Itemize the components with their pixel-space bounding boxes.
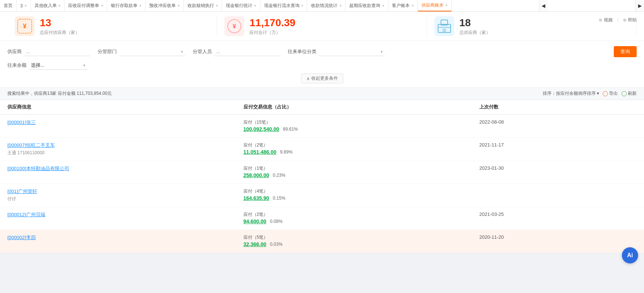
export-button[interactable]: 导出 [603, 90, 618, 97]
tx-amount[interactable]: 164,635.90 [244, 195, 269, 201]
supplier-name: 本特勤油品有限公司 [26, 166, 69, 171]
tx-info-cell: 应付（1笔） 258,000.00 0.23% [244, 165, 480, 179]
balance-label: 往来余额 [7, 62, 27, 69]
collapse-button[interactable]: ∧ 收起更多条件 [301, 73, 343, 83]
category-select[interactable] [319, 47, 385, 56]
tx-amount[interactable]: 258,000.00 [244, 172, 269, 178]
close-icon[interactable]: × [139, 4, 141, 8]
supplier-link[interactable]: [000012]广州贝瑞 [7, 212, 45, 217]
nav-arrow-left[interactable]: ◀ [539, 0, 548, 12]
close-icon[interactable]: × [59, 4, 61, 8]
dept-label: 分管部门 [98, 48, 117, 55]
sort-button[interactable]: 排序：按应付余额倒序排序 ▾ [543, 90, 599, 97]
video-link[interactable]: ⊙ 视频 [599, 17, 612, 23]
chevron-up-icon: ∧ [307, 76, 310, 81]
nav-tab-overdue-query[interactable]: 超期应收款查询 × [346, 0, 388, 11]
supplier-link[interactable]: [000100]本特勤油品有限公司 [7, 166, 69, 171]
tx-info-cell: 应付（4笔） 164,635.90 0.15% [244, 188, 480, 202]
nav-tab-home-label: 首页 [4, 3, 13, 9]
chevron-down-icon: ▾ [597, 91, 599, 96]
supplier-link[interactable]: [000002]李四 [7, 235, 36, 240]
summary-info-amount: 11,170.39 应付合计（万） [249, 17, 295, 36]
tx-amount[interactable]: 11,051,486.00 [244, 149, 277, 155]
supplier-link[interactable]: [000007]恒旺二手叉车 [7, 142, 55, 148]
close-icon[interactable]: × [216, 4, 218, 8]
tx-amount[interactable]: 32,366.00 [244, 241, 266, 247]
tx-amount[interactable]: 100,092,540.00 [244, 126, 279, 132]
supplier-link[interactable]: [000001]张三 [7, 120, 36, 125]
summary-card-payable-suppliers: ¥ 13 总应付供应商（家） [7, 16, 217, 36]
last-pay-date: 2020-11-20 [479, 234, 504, 240]
svg-rect-10 [442, 28, 446, 32]
close-icon[interactable]: × [301, 4, 304, 8]
top-navigation: 首页 3 × 其他收入单 × 应收应付调整单 × 银行存取款单 × 预收冲应收单… [0, 0, 644, 12]
supplier-id: [000002] [7, 235, 26, 240]
close-icon[interactable]: × [25, 4, 27, 8]
tx-info-cell: 应付（15笔） 100,092,540.00 89.61% [244, 119, 480, 133]
collapse-label: 收起更多条件 [311, 75, 338, 82]
close-icon[interactable]: × [382, 4, 384, 8]
category-label: 往来单位分类 [288, 48, 316, 55]
nav-tab-adjustment[interactable]: 应收应付调整单 × [64, 0, 107, 11]
close-icon[interactable]: × [178, 4, 180, 8]
col-header-tx: 应付交易信息（占比） [244, 104, 480, 110]
summary-info-total: 18 总供应商（家） [459, 17, 490, 36]
nav-tab-collection-stat-label: 收款情况统计 [311, 3, 337, 9]
table-row: [000002]李四 应付（5笔） 32,366.00 0.03% 2020-1… [0, 230, 644, 253]
nav-tab-customer-ledger[interactable]: 客户账本 × [388, 0, 418, 11]
nav-tab-3-label: 3 [20, 3, 23, 8]
summary-bar: ¥ 13 总应付供应商（家） ¥ 11,170.39 应付合计（万） [0, 12, 644, 41]
separator: ｜ [616, 17, 620, 23]
nav-tab-cash-bank-stat[interactable]: 现金银行统计 × [222, 0, 260, 11]
tx-info-cell: 应付（5笔） 32,366.00 0.03% [244, 234, 480, 248]
last-pay-date: 2021-03-25 [479, 211, 504, 217]
nav-tab-cash-bank-flow-label: 现金银行流水查询 [264, 3, 300, 9]
filter-area: 供应商 分管部门 分管人员 往来单位分类 查询 往来 [0, 41, 644, 87]
supplier-link[interactable]: [001]广州荣轩 [7, 189, 37, 194]
tx-amount[interactable]: 94,600.00 [244, 218, 266, 224]
nav-tab-receivable-exec[interactable]: 收款核销执行 × [184, 0, 222, 11]
total-supplier-count: 18 [459, 17, 490, 29]
payable-supplier-label: 总应付供应商（家） [40, 30, 80, 36]
nav-tab-collection-stat[interactable]: 收款情况统计 × [307, 0, 346, 11]
close-icon[interactable]: × [254, 4, 256, 8]
sort-label: 排序：按应付余额倒序排序 [543, 91, 596, 96]
refresh-button[interactable]: 刷新 [622, 90, 637, 97]
nav-arrow-right[interactable]: ▶ [635, 0, 644, 12]
supplier-id: [000100] [7, 166, 26, 171]
tx-label: 应付（4笔） [244, 188, 480, 194]
help-icon: ⊙ [623, 17, 627, 23]
nav-tab-home[interactable]: 首页 [0, 0, 17, 11]
supplier-info-cell: [000007]恒旺二手叉车 王通 17106110000 [7, 142, 244, 156]
table-row: [001]广州荣轩 仔仔 应付（4笔） 164,635.90 0.15% [0, 184, 644, 207]
filter-row-1: 供应商 分管部门 分管人员 往来单位分类 查询 [7, 46, 637, 57]
nav-tab-customer-ledger-label: 客户账本 [392, 3, 410, 9]
person-label: 分管人员 [193, 48, 212, 55]
close-icon[interactable]: × [339, 4, 342, 8]
last-pay-cell: 2020-11-20 [479, 234, 637, 240]
close-icon[interactable]: × [101, 4, 103, 8]
nav-tab-other-income-label: 其他收入单 [35, 3, 57, 9]
balance-select[interactable]: 选择... [29, 61, 88, 70]
nav-tab-adjustment-label: 应收应付调整单 [68, 3, 99, 9]
nav-tab-supplier-ledger[interactable]: 供应商账本 × [418, 0, 452, 11]
filter-category: 往来单位分类 [288, 47, 385, 56]
help-link[interactable]: ⊙ 帮助 [623, 17, 637, 23]
close-icon[interactable]: × [412, 4, 414, 8]
nav-tab-3[interactable]: 3 × [17, 0, 31, 11]
nav-tab-overdue-query-label: 超期应收款查询 [349, 3, 380, 9]
category-select-wrap [319, 47, 385, 56]
dept-select[interactable] [119, 47, 185, 56]
nav-tab-cash-bank-flow[interactable]: 现金银行流水查询 × [260, 0, 308, 11]
supplier-info-cell: [000002]李四 [7, 234, 244, 241]
nav-tab-bank-deposit[interactable]: 银行存取款单 × [107, 0, 146, 11]
nav-tab-advance-offset[interactable]: 预收冲应收单 × [146, 0, 184, 11]
person-input[interactable] [214, 47, 280, 56]
table-row: [000012]广州贝瑞 应付（2笔） 94,600.00 0.08% 2021… [0, 207, 644, 230]
supplier-input[interactable] [24, 47, 90, 56]
query-button[interactable]: 查询 [614, 46, 637, 57]
amount-icon: ¥ [224, 16, 244, 36]
nav-tab-cash-bank-stat-label: 现金银行统计 [226, 3, 252, 9]
close-icon[interactable]: × [445, 3, 448, 7]
nav-tab-other-income[interactable]: 其他收入单 × [31, 0, 65, 11]
